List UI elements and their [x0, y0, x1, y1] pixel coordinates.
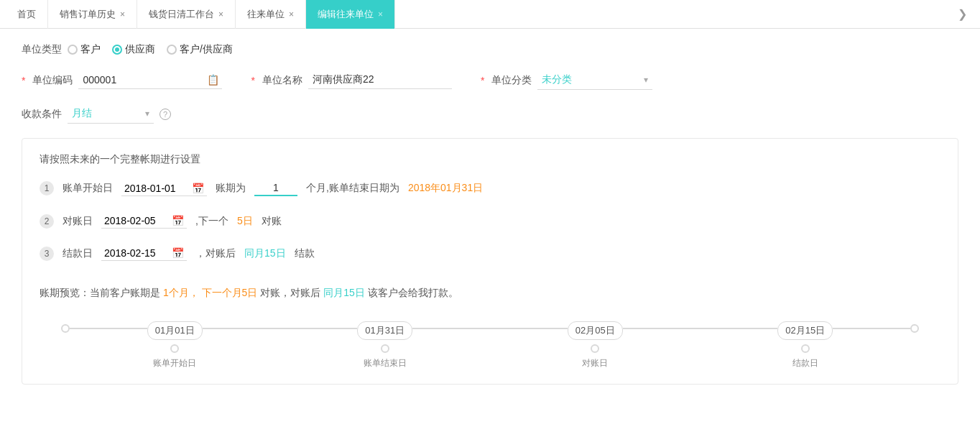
unit-type-label: 单位类型 — [22, 43, 62, 56]
tab-cash-work[interactable]: 钱货日清工作台 × — [137, 0, 236, 29]
date-input-2: 📅 — [101, 213, 187, 229]
setting-label-2: 对账日 — [63, 215, 93, 228]
payment-condition-help-icon[interactable]: ? — [160, 109, 171, 120]
timeline-point-3: 02月05日 对账日 — [568, 321, 623, 369]
period-suffix-3b: 结款 — [295, 247, 315, 260]
tab-sales-history[interactable]: 销售订单历史 × — [48, 0, 137, 29]
unit-category-field: * 单位分类 未分类 ▾ — [481, 70, 652, 90]
timeline-point-4: 02月15日 结款日 — [777, 321, 833, 369]
timeline-label-4: 结款日 — [792, 357, 818, 369]
tab-bar: 首页 销售订单历史 × 钱货日清工作台 × 往来单位 × 编辑往来单位 × ❯ — [0, 0, 980, 29]
payment-condition-field: 收款条件 月结 ▾ ? — [22, 104, 171, 124]
timeline-point-start — [61, 321, 70, 333]
calendar-icon-2[interactable]: 📅 — [172, 215, 184, 226]
card-title: 请按照未来的一个完整帐期进行设置 — [40, 153, 940, 166]
period-suffix-3a: ，对账后 — [195, 247, 236, 260]
tab-home[interactable]: 首页 — [6, 0, 48, 29]
unit-name-input[interactable] — [308, 71, 452, 89]
account-preview: 账期预览：当前客户账期是 1个月， 下一个月5日 对账，对账后 同月15日 该客… — [40, 278, 940, 308]
timeline-point-2: 01月31日 账单结束日 — [357, 321, 412, 369]
unit-category-label: 单位分类 — [491, 74, 532, 87]
timeline-dot-end — [910, 324, 919, 333]
timeline-dot-4 — [801, 344, 810, 353]
unit-code-input[interactable] — [78, 71, 204, 88]
period-highlight-2: 5日 — [237, 215, 253, 228]
timeline-dot-1 — [170, 344, 179, 353]
main-content: 单位类型 客户 供应商 客户/供应商 * 单位编码 — [0, 29, 980, 437]
unit-name-label: 单位名称 — [262, 74, 302, 87]
date-input-3: 📅 — [101, 246, 187, 261]
timeline-date-4: 02月15日 — [777, 321, 833, 340]
unit-code-input-wrap: 📋 — [78, 71, 222, 89]
date-input-1: 📅 — [121, 181, 207, 196]
setting-label-1: 账单开始日 — [63, 182, 113, 195]
setting-label-3: 结款日 — [63, 247, 93, 260]
unit-name-star: * — [251, 75, 254, 86]
radio-customer[interactable]: 客户 — [68, 43, 101, 56]
unit-category-value: 未分类 — [542, 73, 641, 86]
tab-expand-button[interactable]: ❯ — [951, 7, 974, 21]
timeline-label-2: 账单结束日 — [364, 357, 407, 369]
period-unit-1: 个月,账单结束日期为 — [306, 182, 399, 195]
payment-condition-row: 收款条件 月结 ▾ ? — [22, 104, 958, 124]
preview-part1: 1个月， — [163, 287, 199, 298]
timeline-dot-2 — [381, 344, 389, 353]
preview-suffix: 该客户会给我打款。 — [368, 287, 458, 298]
calendar-small-icon[interactable]: 📋 — [204, 74, 222, 86]
period-suffix-2a: ,下一个 — [195, 215, 228, 228]
tab-edit-partner[interactable]: 编辑往来单位 × — [306, 0, 395, 29]
unit-category-select[interactable]: 未分类 ▾ — [537, 70, 652, 90]
timeline: 01月01日 账单开始日 01月31日 账单结束日 02月05日 — [40, 314, 940, 369]
unit-category-star: * — [481, 75, 484, 86]
timeline-date-1: 01月01日 — [147, 321, 203, 340]
unit-name-field: * 单位名称 — [251, 71, 451, 89]
setting-num-2: 2 — [40, 214, 54, 229]
payment-condition-chevron-icon: ▾ — [145, 109, 149, 119]
date-field-3[interactable] — [104, 247, 169, 259]
unit-code-label: 单位编码 — [32, 74, 73, 87]
unit-type-radio-group: 客户 供应商 客户/供应商 — [68, 43, 233, 56]
calendar-icon-1[interactable]: 📅 — [192, 183, 204, 194]
timeline-label-3: 对账日 — [582, 357, 608, 369]
tab-close-partner[interactable]: × — [289, 10, 294, 19]
timeline-date-2: 01月31日 — [357, 321, 412, 340]
radio-supplier[interactable]: 供应商 — [112, 43, 155, 56]
payment-condition-label: 收款条件 — [22, 108, 62, 121]
payment-condition-value: 月结 — [72, 107, 142, 120]
payment-condition-select[interactable]: 月结 ▾ — [68, 104, 154, 124]
calendar-icon-3[interactable]: 📅 — [172, 247, 184, 259]
preview-part2: 下一个月5日 — [202, 287, 258, 298]
tab-partner[interactable]: 往来单位 × — [236, 0, 306, 29]
timeline-point-1: 01月01日 账单开始日 — [147, 321, 203, 369]
unit-type-field: 单位类型 客户 供应商 客户/供应商 — [22, 43, 233, 56]
unit-code-field: * 单位编码 📋 — [22, 71, 222, 89]
timeline-dot-3 — [591, 344, 599, 353]
preview-middle: 对账，对账后 — [260, 287, 320, 298]
period-end-date-1: 2018年01月31日 — [408, 182, 483, 195]
unit-type-row: 单位类型 客户 供应商 客户/供应商 — [22, 43, 958, 56]
period-suffix-1: 账期为 — [216, 182, 246, 195]
unit-code-star: * — [22, 75, 25, 86]
preview-prefix: 账期预览：当前客户账期是 — [40, 287, 160, 298]
date-field-2[interactable] — [104, 215, 169, 226]
radio-circle-supplier — [112, 45, 122, 55]
timeline-date-3: 02月05日 — [568, 321, 623, 340]
timeline-label-1: 账单开始日 — [153, 357, 196, 369]
tab-close-edit-partner[interactable]: × — [378, 10, 383, 19]
tab-close-sales-history[interactable]: × — [120, 10, 125, 19]
period-highlight-3: 同月15日 — [244, 247, 286, 260]
setting-row-1: 1 账单开始日 📅 账期为 个月,账单结束日期为 2018年01月31日 — [40, 180, 940, 196]
radio-both[interactable]: 客户/供应商 — [167, 43, 233, 56]
preview-part3: 同月15日 — [323, 287, 365, 298]
period-value-input[interactable] — [254, 180, 297, 196]
radio-circle-customer — [68, 45, 78, 55]
date-field-1[interactable] — [124, 183, 189, 194]
timeline-point-end — [910, 321, 919, 333]
timeline-dot-start — [61, 324, 70, 333]
unit-category-chevron-icon: ▾ — [644, 75, 648, 85]
tab-close-cash-work[interactable]: × — [218, 10, 223, 19]
period-setting-card: 请按照未来的一个完整帐期进行设置 1 账单开始日 📅 账期为 个月,账单结束日期… — [22, 138, 958, 385]
radio-circle-both — [167, 45, 177, 55]
setting-num-1: 1 — [40, 181, 54, 196]
setting-num-3: 3 — [40, 247, 54, 261]
